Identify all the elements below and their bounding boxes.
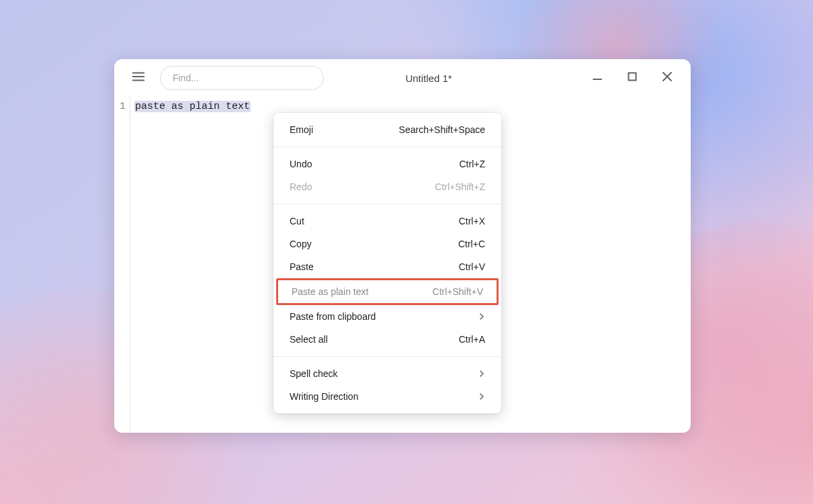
- menu-item-shortcut: Ctrl+X: [459, 216, 485, 226]
- menu-item-shortcut: Ctrl+Shift+Z: [435, 181, 485, 192]
- menu-item-label: Paste from clipboard: [290, 311, 478, 322]
- menu-item-shortcut: Ctrl+Shift+V: [433, 286, 483, 297]
- menu-item-select-all[interactable]: Select all Ctrl+A: [273, 328, 501, 351]
- selected-text[interactable]: paste as plain text: [134, 101, 251, 112]
- menu-item-redo: Redo Ctrl+Shift+Z: [273, 175, 501, 198]
- menu-item-shortcut: Search+Shift+Space: [399, 124, 485, 135]
- line-gutter: 1: [114, 97, 130, 433]
- menu-item-label: Writing Direction: [290, 391, 478, 402]
- menu-item-label: Redo: [290, 181, 435, 192]
- menu-item-label: Emoji: [290, 124, 399, 135]
- menu-button[interactable]: [125, 65, 152, 91]
- menu-item-paste[interactable]: Paste Ctrl+V: [273, 255, 501, 278]
- chevron-right-icon: [478, 313, 485, 320]
- line-number: 1: [114, 99, 126, 114]
- window-controls: [587, 68, 683, 88]
- menu-item-shortcut: Ctrl+A: [459, 334, 485, 345]
- chevron-right-icon: [478, 393, 485, 400]
- menu-item-copy[interactable]: Copy Ctrl+C: [273, 233, 501, 255]
- context-menu: Emoji Search+Shift+Space Undo Ctrl+Z Red…: [273, 113, 501, 413]
- menu-separator: [273, 204, 501, 204]
- menu-item-shortcut: Ctrl+Z: [460, 159, 486, 169]
- menu-separator: [273, 356, 501, 357]
- menu-item-label: Paste: [290, 261, 459, 272]
- menu-item-label: Paste as plain text: [292, 286, 433, 297]
- menu-item-label: Undo: [290, 159, 460, 169]
- menu-item-paste-clipboard[interactable]: Paste from clipboard: [273, 305, 501, 328]
- chevron-right-icon: [478, 370, 485, 377]
- menu-item-label: Copy: [290, 239, 458, 249]
- menu-item-emoji[interactable]: Emoji Search+Shift+Space: [273, 118, 501, 141]
- menu-item-label: Select all: [290, 334, 459, 345]
- minimize-icon: [592, 71, 603, 85]
- menu-separator: [273, 146, 501, 147]
- maximize-icon: [627, 71, 638, 85]
- maximize-button[interactable]: [622, 68, 642, 88]
- menu-item-cut[interactable]: Cut Ctrl+X: [273, 210, 501, 233]
- menu-item-shortcut: Ctrl+C: [458, 239, 485, 249]
- find-input[interactable]: [160, 66, 324, 90]
- svg-rect-4: [629, 73, 636, 81]
- menu-item-shortcut: Ctrl+V: [459, 261, 485, 272]
- titlebar: Untitled 1*: [114, 59, 691, 97]
- menu-item-label: Spell check: [290, 368, 478, 379]
- menu-item-spell-check[interactable]: Spell check: [273, 362, 501, 385]
- menu-item-paste-plain[interactable]: Paste as plain text Ctrl+Shift+V: [276, 278, 499, 305]
- close-button[interactable]: [657, 68, 677, 88]
- menu-item-writing-direction[interactable]: Writing Direction: [273, 385, 501, 408]
- menu-item-label: Cut: [290, 216, 459, 226]
- minimize-button[interactable]: [587, 68, 607, 88]
- menu-item-undo[interactable]: Undo Ctrl+Z: [273, 153, 501, 175]
- hamburger-icon: [131, 69, 146, 87]
- close-icon: [662, 71, 673, 85]
